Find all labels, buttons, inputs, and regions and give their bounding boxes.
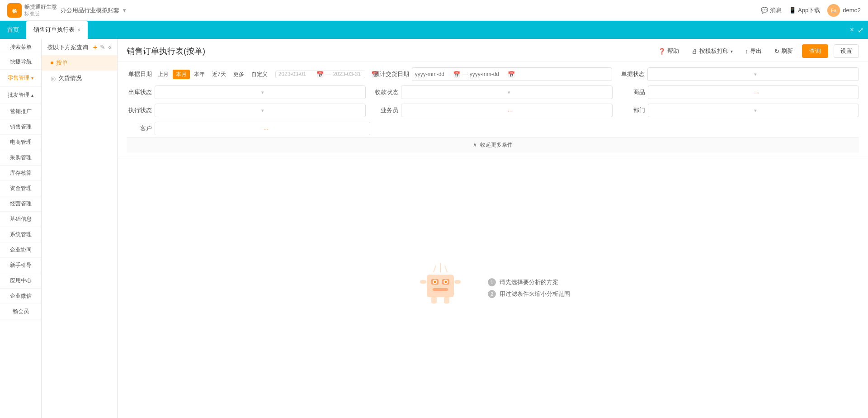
page-header: 销售订单执行表(按单) ❓ 帮助 🖨 按模板打印 ▾ ↑ <box>118 39 868 62</box>
execution-status-cell: 执行状态 ▾ <box>127 104 366 117</box>
empty-state: 1 请先选择要分析的方案 2 用过滤条件来缩小分析范围 <box>118 158 868 418</box>
sidebar-item-finance[interactable]: 资金管理 <box>0 181 41 196</box>
left-panel-title: 按以下方案查询 <box>47 43 88 52</box>
step-num-1: 1 <box>488 278 496 286</box>
svg-text:畅: 畅 <box>12 9 17 14</box>
tab-close-icon[interactable]: × <box>77 27 80 33</box>
sidebar-item-business[interactable]: 经营管理 <box>0 196 41 212</box>
date-tab-this-year[interactable]: 本年 <box>191 70 208 79</box>
top-bar-left: 畅 畅捷通好生意 标准版 办公用品行业模拟账套 ▾ <box>7 3 126 18</box>
refresh-button[interactable]: ↻ 刷新 <box>771 45 797 57</box>
empty-content: 1 请先选择要分析的方案 2 用过滤条件来缩小分析范围 <box>415 256 570 320</box>
print-dropdown-icon: ▾ <box>731 49 733 54</box>
sidebar-item-retail[interactable]: 零售管理 ▾ <box>0 70 41 87</box>
date-tab-more[interactable]: 更多 <box>230 70 247 79</box>
expected-date-start-input[interactable] <box>415 71 451 77</box>
collapse-panel-icon[interactable]: « <box>108 43 112 52</box>
tab-sales-order[interactable]: 销售订单执行表 × <box>26 21 88 39</box>
empty-step-1: 1 请先选择要分析的方案 <box>488 278 570 286</box>
status-select[interactable]: ▾ <box>647 67 859 81</box>
date-tab-this-month[interactable]: 本月 <box>173 70 190 79</box>
refresh-icon: ↻ <box>774 48 779 55</box>
department-select[interactable]: ▾ <box>648 104 859 117</box>
maximize-window-icon[interactable]: ⤢ <box>858 26 863 34</box>
sidebar-item-label: 快捷导航 <box>10 58 32 66</box>
edit-plan-icon[interactable]: ✎ <box>100 43 105 52</box>
sidebar-item-quick-nav[interactable]: 快捷导航 <box>0 54 41 70</box>
sidebar-item-wholesale[interactable]: 批发管理 ▴ <box>0 87 41 104</box>
customer-input[interactable]: ··· <box>155 122 370 135</box>
template-print-button[interactable]: 🖨 按模板打印 ▾ <box>688 45 736 57</box>
date-end-input[interactable] <box>333 71 369 77</box>
sidebar-item-base-info[interactable]: 基础信息 <box>0 212 41 227</box>
message-icon: 💬 <box>761 7 768 14</box>
execution-status-label: 执行状态 <box>127 106 152 114</box>
sidebar-item-member[interactable]: 畅会员 <box>0 304 41 319</box>
sidebar-item-app-center[interactable]: 应用中心 <box>0 273 41 289</box>
payment-status-label: 收款状态 <box>373 88 398 96</box>
message-button[interactable]: 💬 消息 <box>761 6 782 14</box>
date-tab-7days[interactable]: 近7天 <box>209 70 229 79</box>
expected-date-end-input[interactable] <box>470 71 506 77</box>
user-menu-button[interactable]: Ea demo2 <box>827 4 861 17</box>
status-cell: 单据状态 ▾ <box>619 67 859 81</box>
settings-button[interactable]: 设置 <box>834 44 859 58</box>
svg-rect-4 <box>427 275 454 297</box>
query-button[interactable]: 查询 <box>802 44 828 58</box>
app-logo: 畅 <box>7 3 22 18</box>
salesperson-input[interactable]: ··· <box>401 104 612 117</box>
help-button[interactable]: ❓ 帮助 <box>655 45 683 57</box>
expected-date-label: 预计交货日期 <box>373 70 409 78</box>
sidebar-item-purchase[interactable]: 采购管理 <box>0 150 41 166</box>
delivery-status-select[interactable]: ▾ <box>155 86 366 99</box>
sidebar-search-section: 搜索菜单 <box>0 39 41 54</box>
date-tab-last-month[interactable]: 上月 <box>155 70 172 79</box>
sidebar-item-enterprise[interactable]: 企业协同 <box>0 242 41 258</box>
left-panel-item-order[interactable]: 按单 <box>42 55 117 71</box>
delivery-status-label: 出库状态 <box>127 88 152 96</box>
delivery-status-cell: 出库状态 ▾ <box>127 86 366 99</box>
date-label: 单据日期 <box>127 70 152 78</box>
tab-bar-actions: × ⤢ <box>845 26 868 34</box>
execution-dropdown-icon: ▾ <box>261 108 362 114</box>
breadcrumb[interactable]: 办公用品行业模拟账套 ▾ <box>61 6 126 14</box>
sidebar-item-marketing[interactable]: 营销推广 <box>0 104 41 119</box>
goods-input[interactable]: ··· <box>648 86 859 99</box>
status-label: 单据状态 <box>619 70 645 78</box>
left-panel-item-label: 按单 <box>56 59 68 67</box>
page-header-actions: ❓ 帮助 🖨 按模板打印 ▾ ↑ 导出 ↻ <box>655 44 859 58</box>
app-name: 畅捷通好生意 标准版 <box>24 4 57 17</box>
filter-row-3: 执行状态 ▾ 业务员 ··· <box>127 104 859 117</box>
left-panel-actions: + ✎ « <box>93 43 112 52</box>
svg-line-17 <box>434 266 436 272</box>
date-start-input[interactable] <box>278 71 315 77</box>
sidebar-item-guide[interactable]: 新手引导 <box>0 258 41 273</box>
close-window-icon[interactable]: × <box>850 26 854 34</box>
sidebar-item-label: 电商管理 <box>10 138 32 146</box>
collapse-bar[interactable]: ∧ 收起更多条件 <box>127 137 859 152</box>
sidebar-item-system[interactable]: 系统管理 <box>0 227 41 242</box>
add-plan-icon[interactable]: + <box>93 43 97 52</box>
payment-status-select[interactable]: ▾ <box>401 86 612 99</box>
active-dot <box>51 62 53 64</box>
sidebar-item-label: 零售管理 <box>8 74 29 82</box>
svg-point-14 <box>434 281 436 283</box>
date-tab-custom[interactable]: 自定义 <box>248 70 271 79</box>
svg-point-15 <box>445 281 447 283</box>
filter-row-4: 客户 ··· <box>127 122 859 135</box>
sidebar-item-inventory[interactable]: 库存核算 <box>0 166 41 181</box>
left-panel-item-shortage[interactable]: ◎ 欠货情况 <box>42 71 117 86</box>
export-button[interactable]: ↑ 导出 <box>742 45 766 57</box>
sidebar-item-label: 新手引导 <box>10 261 32 269</box>
tab-home[interactable]: 首页 <box>0 21 26 39</box>
expected-date-range-input[interactable]: 📅 — 📅 <box>412 67 613 81</box>
sidebar-item-sales[interactable]: 销售管理 <box>0 119 41 135</box>
date-range-input[interactable]: 📅 — 📅 <box>275 71 366 78</box>
left-panel-header: 按以下方案查询 + ✎ « <box>42 39 117 55</box>
app-download-button[interactable]: 📱 App下载 <box>789 6 820 14</box>
delivery-dropdown-icon: ▾ <box>261 90 362 95</box>
sidebar-item-wechat[interactable]: 企业微信 <box>0 289 41 304</box>
sidebar-item-ecommerce[interactable]: 电商管理 <box>0 135 41 150</box>
customer-select-icon: ··· <box>264 125 367 132</box>
execution-status-select[interactable]: ▾ <box>155 104 366 117</box>
